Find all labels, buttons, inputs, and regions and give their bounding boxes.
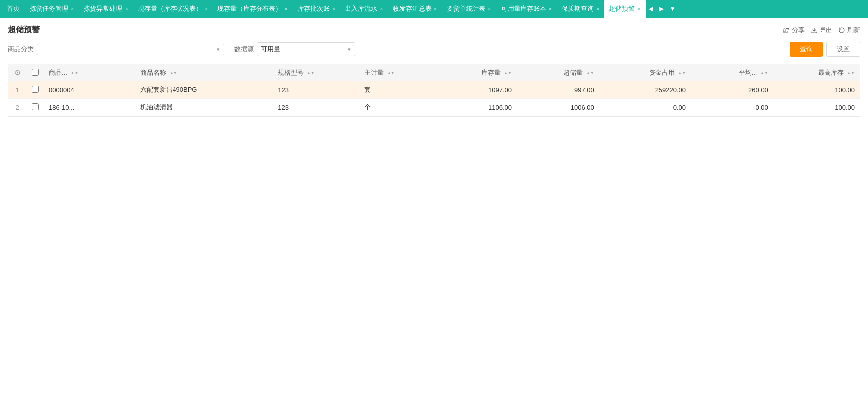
page-content: 超储预警 分享 导出 刷新 bbox=[0, 18, 868, 395]
row-capital-1: 0.00 bbox=[599, 99, 691, 116]
nav-arrow-left[interactable]: ◀ bbox=[646, 0, 656, 18]
nav-item-batch[interactable]: 库存批次账 × bbox=[293, 0, 340, 18]
sort-maxstock-icon: ▲▼ bbox=[847, 71, 855, 75]
close-batch-icon[interactable]: × bbox=[332, 6, 335, 12]
sort-stock-icon: ▲▼ bbox=[504, 71, 512, 75]
close-available-icon[interactable]: × bbox=[549, 6, 552, 12]
checkbox-header[interactable] bbox=[26, 64, 44, 81]
share-button[interactable]: 分享 bbox=[783, 26, 805, 35]
row-name-1: 机油滤清器 bbox=[135, 99, 273, 116]
filter-buttons: 查询 设置 bbox=[790, 42, 860, 57]
sort-avg-icon: ▲▼ bbox=[760, 71, 768, 75]
sort-unit-icon: ▲▼ bbox=[387, 71, 395, 75]
row-avg-1: 0.00 bbox=[691, 99, 773, 116]
close-pick-exception-icon[interactable]: × bbox=[125, 6, 128, 12]
nav-item-order-stats[interactable]: 要货单统计表 × bbox=[442, 0, 496, 18]
data-table: ⚙ 商品... ▲▼ 商品名称 ▲▼ 规格型号 ▲▼ bbox=[8, 64, 860, 116]
nav-arrow-right[interactable]: ▶ bbox=[656, 0, 667, 18]
nav-item-home[interactable]: 首页 bbox=[2, 0, 25, 18]
datasource-label: 数据源 bbox=[234, 45, 254, 54]
close-order-stats-icon[interactable]: × bbox=[488, 6, 491, 12]
row-checkbox-0[interactable] bbox=[32, 86, 39, 93]
nav-item-available[interactable]: 可用量库存账本 × bbox=[496, 0, 557, 18]
nav-item-pick-exception[interactable]: 拣货异常处理 × bbox=[79, 0, 132, 18]
row-stock-1: 1106.00 bbox=[434, 99, 517, 116]
row-avg-0: 260.00 bbox=[691, 81, 773, 99]
top-nav: 首页 拣货任务管理 × 拣货异常处理 × 现存量（库存状况表） × 现存量（库存… bbox=[0, 0, 868, 18]
settings-button[interactable]: 设置 bbox=[826, 42, 860, 57]
datasource-select[interactable]: 可用量 ▾ bbox=[257, 42, 355, 56]
row-checkbox-cell-0[interactable] bbox=[26, 81, 44, 99]
datasource-arrow-icon: ▾ bbox=[348, 46, 351, 53]
gear-settings-icon[interactable]: ⚙ bbox=[14, 68, 21, 77]
close-pick-task-icon[interactable]: × bbox=[71, 6, 74, 12]
col-header-maxstock[interactable]: 最高库存 ▲▼ bbox=[773, 64, 860, 81]
row-unit-0: 套 bbox=[359, 81, 434, 99]
close-stock-status-icon[interactable]: × bbox=[205, 6, 208, 12]
filter-bar: 商品分类 ▾ 数据源 可用量 ▾ 查询 设置 bbox=[8, 42, 860, 57]
refresh-button[interactable]: 刷新 bbox=[838, 26, 860, 35]
share-icon bbox=[783, 27, 790, 34]
table-row: 1 0000004 六配套新昌490BPG 123 套 1097.00 997.… bbox=[8, 81, 860, 99]
row-num-1: 2 bbox=[8, 99, 26, 116]
sort-spec-icon: ▲▼ bbox=[307, 71, 315, 75]
close-overstock-icon[interactable]: × bbox=[637, 6, 640, 12]
select-all-checkbox[interactable] bbox=[32, 69, 39, 76]
nav-item-overstock[interactable]: 超储预警 × bbox=[604, 0, 645, 18]
row-name-0: 六配套新昌490BPG bbox=[135, 81, 273, 99]
row-code-0: 0000004 bbox=[44, 81, 135, 99]
row-over-0: 997.00 bbox=[517, 81, 599, 99]
close-inout-icon[interactable]: × bbox=[380, 6, 383, 12]
query-button[interactable]: 查询 bbox=[790, 42, 823, 57]
row-over-1: 1006.00 bbox=[517, 99, 599, 116]
nav-item-pick-task[interactable]: 拣货任务管理 × bbox=[25, 0, 79, 18]
row-unit-1: 个 bbox=[359, 99, 434, 116]
nav-item-summary[interactable]: 收发存汇总表 × bbox=[388, 0, 442, 18]
col-header-spec[interactable]: 规格型号 ▲▼ bbox=[273, 64, 359, 81]
row-maxstock-1: 100.00 bbox=[773, 99, 860, 116]
sort-capital-icon: ▲▼ bbox=[678, 71, 686, 75]
close-stock-dist-icon[interactable]: × bbox=[284, 6, 287, 12]
col-header-code[interactable]: 商品... ▲▼ bbox=[44, 64, 135, 81]
page-header: 超储预警 分享 导出 刷新 bbox=[8, 25, 860, 35]
gear-header[interactable]: ⚙ bbox=[8, 64, 26, 81]
col-header-over[interactable]: 超储量 ▲▼ bbox=[517, 64, 599, 81]
header-actions: 分享 导出 刷新 bbox=[783, 26, 860, 35]
close-expiry-icon[interactable]: × bbox=[596, 6, 599, 12]
row-capital-0: 259220.00 bbox=[599, 81, 691, 99]
export-button[interactable]: 导出 bbox=[811, 26, 832, 35]
table-header-row: ⚙ 商品... ▲▼ 商品名称 ▲▼ 规格型号 ▲▼ bbox=[8, 64, 860, 81]
col-header-stock[interactable]: 库存量 ▲▼ bbox=[434, 64, 517, 81]
col-header-unit[interactable]: 主计量 ▲▼ bbox=[359, 64, 434, 81]
col-header-name[interactable]: 商品名称 ▲▼ bbox=[135, 64, 273, 81]
col-header-avg[interactable]: 平均... ▲▼ bbox=[691, 64, 773, 81]
refresh-icon bbox=[838, 27, 845, 34]
nav-item-expiry[interactable]: 保质期查询 × bbox=[557, 0, 604, 18]
close-summary-icon[interactable]: × bbox=[434, 6, 437, 12]
sort-over-icon: ▲▼ bbox=[586, 71, 594, 75]
datasource-value: 可用量 bbox=[261, 45, 280, 54]
category-select[interactable]: ▾ bbox=[37, 44, 224, 55]
col-header-capital[interactable]: 资金占用 ▲▼ bbox=[599, 64, 691, 81]
row-checkbox-cell-1[interactable] bbox=[26, 99, 44, 116]
nav-item-inout[interactable]: 出入库流水 × bbox=[340, 0, 388, 18]
nav-arrow-more[interactable]: ▼ bbox=[667, 0, 678, 18]
row-checkbox-1[interactable] bbox=[32, 103, 39, 110]
sort-name-icon: ▲▼ bbox=[170, 71, 177, 75]
nav-item-stock-dist[interactable]: 现存量（库存分布表） × bbox=[213, 0, 292, 18]
sort-code-icon: ▲▼ bbox=[70, 71, 78, 75]
category-arrow-icon: ▾ bbox=[217, 46, 220, 53]
nav-item-stock-status[interactable]: 现存量（库存状况表） × bbox=[133, 0, 213, 18]
datasource-filter: 数据源 可用量 ▾ bbox=[234, 42, 355, 56]
export-icon bbox=[811, 27, 818, 34]
row-code-1: 186-10... bbox=[44, 99, 135, 116]
row-spec-0: 123 bbox=[273, 81, 359, 99]
row-num-0: 1 bbox=[8, 81, 26, 99]
table-wrapper: ⚙ 商品... ▲▼ 商品名称 ▲▼ 规格型号 ▲▼ bbox=[8, 64, 860, 117]
table-row: 2 186-10... 机油滤清器 123 个 1106.00 1006.00 … bbox=[8, 99, 860, 116]
page-title: 超储预警 bbox=[8, 25, 40, 35]
row-stock-0: 1097.00 bbox=[434, 81, 517, 99]
row-spec-1: 123 bbox=[273, 99, 359, 116]
category-filter: 商品分类 ▾ bbox=[8, 44, 224, 55]
category-label: 商品分类 bbox=[8, 45, 34, 54]
